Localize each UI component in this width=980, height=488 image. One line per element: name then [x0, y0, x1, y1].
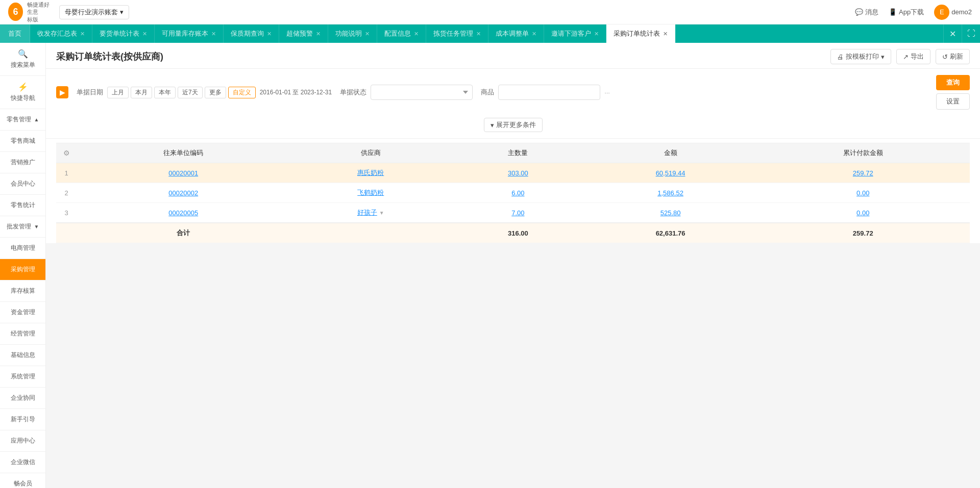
col-code: 往来单位编码 [77, 143, 290, 163]
tab-close-icon[interactable]: ✕ [414, 31, 419, 37]
date-this-month-button[interactable]: 本月 [131, 87, 152, 98]
tab-close-icon[interactable]: ✕ [316, 31, 321, 37]
col-supplier: 供应商 [290, 143, 452, 163]
username: demo2 [951, 8, 972, 16]
table-footer-row: 合计 316.00 62,631.76 259.72 [56, 223, 970, 243]
user-profile[interactable]: E demo2 [934, 5, 972, 20]
tab-overstock-warning[interactable]: 超储预警 ✕ [279, 24, 328, 43]
app-download-label: App下载 [899, 8, 924, 17]
col-paid: 累计付款金额 [756, 143, 970, 163]
sidebar-item-retail-mgmt[interactable]: 零售管理 ▲ [0, 109, 45, 131]
sidebar-item-finance-mgmt[interactable]: 资金管理 [0, 302, 45, 323]
maximize-button[interactable]: ⛶ [962, 24, 980, 43]
footer-empty [56, 223, 77, 243]
footer-label: 合计 [77, 223, 290, 243]
tab-cost-adjust[interactable]: 成本调整单 ✕ [488, 24, 544, 43]
chevron-down-icon: ▾ [491, 121, 494, 129]
sidebar-item-retail-mall[interactable]: 零售商城 [0, 131, 45, 152]
sidebar-item-member[interactable]: 畅会员 [0, 473, 45, 488]
col-amount: 金额 [585, 143, 756, 163]
date-range-text: 2016-01-01 至 2023-12-31 [260, 88, 332, 97]
row-qty: 6.00 [451, 183, 585, 203]
message-icon: 💬 [855, 8, 863, 16]
filter-status-group: 单据状态 [340, 85, 473, 100]
sidebar-item-quick-nav[interactable]: ⚡ 快捷导航 [0, 76, 45, 109]
date-7days-button[interactable]: 近7天 [178, 87, 203, 98]
tab-function-desc[interactable]: 功能说明 ✕ [328, 24, 377, 43]
date-this-year-button[interactable]: 本年 [154, 87, 176, 98]
filter-goods-group: 商品 ··· [481, 85, 610, 100]
chevron-down-icon: ▼ [379, 210, 384, 216]
filter-toggle-button[interactable]: ▶ [56, 86, 68, 98]
sidebar: 🔍 搜索菜单 ⚡ 快捷导航 零售管理 ▲ 零售商城 营销推广 会员中心 零售统计… [0, 43, 46, 488]
row-amount: 1,586.52 [585, 183, 756, 203]
printer-icon: 🖨 [837, 53, 844, 61]
sidebar-item-biz-mgmt[interactable]: 经营管理 [0, 323, 45, 345]
sidebar-item-marketing[interactable]: 营销推广 [0, 152, 45, 173]
tab-invite-downstream[interactable]: 邀请下游客户 ✕ [544, 24, 606, 43]
tab-config-info[interactable]: 配置信息 ✕ [377, 24, 426, 43]
sidebar-item-sys-mgmt[interactable]: 系统管理 [0, 366, 45, 388]
app-download-action[interactable]: 📱 App下载 [889, 8, 924, 17]
expand-filter-button[interactable]: ▾ 展开更多条件 [484, 118, 543, 132]
table-header-row: ⚙ 往来单位编码 供应商 主数量 金额 累计付款金额 [56, 143, 970, 163]
status-select[interactable] [371, 85, 473, 100]
sidebar-item-inventory-check[interactable]: 库存核算 [0, 280, 45, 302]
print-button[interactable]: 🖨 按模板打印 ▾ [830, 49, 891, 64]
sidebar-item-new-guide[interactable]: 新手引导 [0, 409, 45, 430]
goods-input[interactable] [498, 85, 600, 100]
page-content: 采购订单统计表(按供应商) 🖨 按模板打印 ▾ ↗ 导出 ↺ 刷新 [46, 43, 980, 243]
close-all-tabs-button[interactable]: ✕ [943, 24, 962, 43]
footer-total-amount: 62,631.76 [585, 223, 756, 243]
refresh-button[interactable]: ↺ 刷新 [936, 49, 970, 64]
tab-close-icon[interactable]: ✕ [211, 31, 216, 37]
tab-close-icon[interactable]: ✕ [476, 31, 481, 37]
search-icon: 🔍 [18, 49, 28, 59]
tab-close-icon[interactable]: ✕ [267, 31, 272, 37]
logo-text: 畅捷通好生意 标版 [27, 1, 54, 23]
tab-close-icon[interactable]: ✕ [365, 31, 370, 37]
message-action[interactable]: 💬 消息 [855, 8, 878, 17]
tab-pick-task[interactable]: 拣货任务管理 ✕ [426, 24, 488, 43]
tab-collect-pay[interactable]: 收发存汇总表 ✕ [30, 24, 92, 43]
tab-close-icon[interactable]: ✕ [532, 31, 536, 37]
search-button[interactable]: 查询 [936, 75, 970, 90]
tab-purchase-stats[interactable]: 采购订单统计表 ✕ [606, 24, 675, 43]
export-button[interactable]: ↗ 导出 [896, 49, 930, 64]
tab-goods-stats[interactable]: 要货单统计表 ✕ [92, 24, 155, 43]
sidebar-item-enterprise-collab[interactable]: 企业协同 [0, 388, 45, 409]
sidebar-item-search[interactable]: 🔍 搜索菜单 [0, 43, 45, 76]
tab-home[interactable]: 首页 [0, 24, 30, 43]
date-custom-button[interactable]: 自定义 [228, 87, 256, 98]
row-num: 2 [56, 183, 77, 203]
date-more-button[interactable]: 更多 [205, 87, 226, 98]
row-qty: 303.00 [451, 163, 585, 183]
col-qty: 主数量 [451, 143, 585, 163]
top-bar-right: 💬 消息 📱 App下载 E demo2 [855, 5, 972, 20]
tab-close-icon[interactable]: ✕ [663, 31, 668, 37]
sidebar-item-wholesale-mgmt[interactable]: 批发管理 ▼ [0, 216, 45, 238]
sidebar-item-member-center[interactable]: 会员中心 [0, 173, 45, 195]
sidebar-item-app-center[interactable]: 应用中心 [0, 430, 45, 452]
row-qty: 7.00 [451, 203, 585, 223]
sidebar-item-retail-stats[interactable]: 零售统计 [0, 195, 45, 216]
row-amount: 60,519.44 [585, 163, 756, 183]
tab-bar: 首页 收发存汇总表 ✕ 要货单统计表 ✕ 可用量库存账本 ✕ 保质期查询 ✕ 超… [0, 24, 980, 43]
footer-total-qty: 316.00 [451, 223, 585, 243]
table-row: 3 00020005 好孩子 ▼ 7.00 525.80 0.00 [56, 203, 970, 223]
setting-button[interactable]: 设置 [936, 93, 970, 110]
tab-close-icon[interactable]: ✕ [594, 31, 599, 37]
settings-icon[interactable]: ⚙ [63, 149, 70, 157]
top-bar: 6 畅捷通好生意 标版 母婴行业演示账套 ▾ 💬 消息 📱 App下载 E de… [0, 0, 980, 24]
tab-available-stock[interactable]: 可用量库存账本 ✕ [155, 24, 224, 43]
tab-close-icon[interactable]: ✕ [80, 31, 85, 37]
workspace-selector[interactable]: 母婴行业演示账套 ▾ [59, 5, 129, 19]
chevron-down-icon: ▾ [881, 53, 885, 61]
tab-expiry-query[interactable]: 保质期查询 ✕ [224, 24, 279, 43]
tab-close-icon[interactable]: ✕ [142, 31, 147, 37]
sidebar-item-ecom-mgmt[interactable]: 电商管理 [0, 238, 45, 259]
sidebar-item-purchase-mgmt[interactable]: 采购管理 [0, 259, 45, 280]
date-last-month-button[interactable]: 上月 [107, 87, 129, 98]
sidebar-item-enterprise-wechat[interactable]: 企业微信 [0, 452, 45, 473]
sidebar-item-basic-info[interactable]: 基础信息 [0, 345, 45, 366]
